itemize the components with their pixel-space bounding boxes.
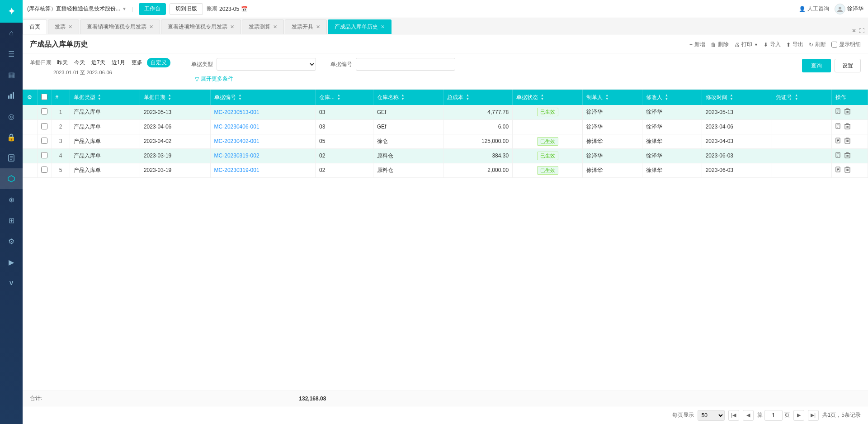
col-total-cost[interactable]: 总成本 ▲▼	[443, 90, 513, 105]
select-all-checkbox[interactable]	[41, 94, 47, 100]
col-type[interactable]: 单据类型 ▲▼	[70, 90, 140, 105]
sidebar-item-link[interactable]: ⊞	[0, 210, 23, 231]
col-warehouse-name[interactable]: 仓库名称 ▲▼	[373, 90, 443, 105]
cell-status-2: 已生效	[513, 134, 583, 148]
cell-op-4	[832, 163, 868, 177]
type-filter-select[interactable]	[217, 58, 316, 71]
op-edit-icon-4[interactable]	[835, 167, 842, 174]
export-button[interactable]: ⬆ 导出	[786, 41, 803, 48]
page-number-input[interactable]	[764, 410, 783, 421]
op-edit-icon-2[interactable]	[835, 138, 842, 145]
op-delete-icon-0[interactable]	[844, 108, 850, 116]
tab-invoice-issue-close-icon[interactable]: ✕	[316, 24, 320, 30]
col-creator[interactable]: 制单人 ▲▼	[583, 90, 642, 105]
user-menu[interactable]: 徐泽华	[835, 4, 863, 14]
sidebar-item-chart[interactable]	[0, 85, 23, 106]
col-modifier[interactable]: 修改人 ▲▼	[642, 90, 702, 105]
cell-type-2: 产品入库单	[70, 134, 140, 148]
sidebar-item-inventory[interactable]	[0, 168, 23, 189]
tab-product-inbound[interactable]: 产成品入库单历史 ✕	[328, 19, 392, 34]
help-button[interactable]: 👤 人工咨询	[799, 5, 829, 13]
table-row: 3 产品入库单 2023-04-02 MC-20230402-001 05 徐仓…	[23, 134, 868, 148]
print-button[interactable]: 🖨 打印 ▼	[734, 41, 758, 48]
page-size-select[interactable]: 50 20 100	[698, 410, 725, 421]
sidebar-item-lock[interactable]: 🔒	[0, 127, 23, 148]
sidebar-item-version[interactable]: V	[0, 272, 23, 293]
op-edit-icon-3[interactable]	[835, 152, 842, 160]
tab-invoice-calc-close-icon[interactable]: ✕	[273, 24, 277, 30]
sidebar-item-stamp[interactable]: ⊕	[0, 189, 23, 210]
tab-invoice[interactable]: 发票 ✕	[48, 19, 79, 34]
op-edit-icon-1[interactable]	[835, 123, 842, 131]
date-custom-btn[interactable]: 自定义	[147, 58, 170, 67]
tab-invoice-calc[interactable]: 发票测算 ✕	[242, 19, 284, 34]
cell-status-1	[513, 119, 583, 134]
tab-check-sales-close-icon[interactable]: ✕	[149, 24, 153, 30]
col-date[interactable]: 单据日期 ▲▼	[140, 90, 210, 105]
cell-number-1[interactable]: MC-20230406-001	[210, 119, 315, 134]
date-yesterday-btn[interactable]: 昨天	[55, 58, 70, 67]
refresh-button[interactable]: ↻ 刷新	[809, 41, 826, 48]
tabbar-close-all-icon[interactable]: ✕	[852, 28, 856, 34]
tab-check-input-vat[interactable]: 查看进项增值税专用发票 ✕	[161, 19, 241, 34]
row-checkbox-0[interactable]	[41, 108, 47, 114]
op-delete-icon-4[interactable]	[844, 167, 850, 174]
cell-seq-1: 2	[52, 119, 70, 134]
cell-number-3[interactable]: MC-20230319-002	[210, 148, 315, 163]
cell-number-4[interactable]: MC-20230319-001	[210, 163, 315, 177]
sidebar-item-stats[interactable]: ▦	[0, 64, 23, 85]
sidebar-item-report[interactable]	[0, 148, 23, 168]
cell-op-2	[832, 134, 868, 148]
col-status[interactable]: 单据状态 ▲▼	[513, 90, 583, 105]
switch-version-button[interactable]: 切到旧版	[170, 3, 203, 15]
period-calendar-icon[interactable]: 📅	[241, 6, 248, 12]
row-checkbox-1[interactable]	[41, 123, 47, 129]
tab-product-inbound-close-icon[interactable]: ✕	[381, 24, 385, 30]
data-table: ⚙ # 单据类型 ▲▼ 单据日期 ▲▼ 单据编号 ▲▼ 仓库... ▲▼ 仓库名…	[23, 90, 868, 178]
delete-button[interactable]: 🗑 删除	[711, 41, 729, 48]
op-delete-icon-3[interactable]	[844, 152, 850, 160]
new-button[interactable]: + 新增	[689, 41, 705, 48]
sidebar-item-account[interactable]: ◎	[0, 106, 23, 127]
last-page-btn[interactable]: ▶|	[808, 410, 819, 421]
import-button[interactable]: ⬇ 导入	[764, 41, 781, 48]
cell-number-0[interactable]: MC-20230513-001	[210, 105, 315, 119]
tab-check-input-close-icon[interactable]: ✕	[230, 24, 234, 30]
next-page-btn[interactable]: ▶	[793, 410, 804, 421]
sidebar-item-settings[interactable]: ⚙	[0, 231, 23, 252]
col-modify-time[interactable]: 修改时间 ▲▼	[702, 90, 772, 105]
tab-check-sales-vat[interactable]: 查看销项增值税专用发票 ✕	[80, 19, 160, 34]
op-delete-icon-1[interactable]	[844, 123, 850, 131]
number-filter-input[interactable]	[356, 58, 455, 71]
sidebar-item-home[interactable]: ⌂	[0, 23, 23, 43]
cell-number-2[interactable]: MC-20230402-001	[210, 134, 315, 148]
date-1month-btn[interactable]: 近1月	[110, 58, 127, 67]
op-delete-icon-2[interactable]	[844, 138, 850, 145]
expand-filter-btn[interactable]: ▽ 展开更多条件	[191, 73, 237, 85]
show-detail-checkbox-wrapper[interactable]: 显示明细	[831, 41, 861, 48]
tab-home[interactable]: 首页	[23, 19, 47, 34]
setting-button[interactable]: 设置	[835, 59, 861, 72]
row-checkbox-3[interactable]	[41, 152, 47, 158]
tabbar-fullscreen-icon[interactable]: ⛶	[859, 28, 864, 34]
show-detail-checkbox[interactable]	[831, 42, 837, 48]
row-checkbox-4[interactable]	[41, 167, 47, 173]
date-more-btn[interactable]: 更多	[130, 58, 144, 67]
prev-page-btn[interactable]: ◀	[743, 410, 754, 421]
first-page-btn[interactable]: |◀	[728, 410, 739, 421]
sidebar-item-video[interactable]: ▶	[0, 252, 23, 272]
tab-invoice-close-icon[interactable]: ✕	[68, 24, 72, 30]
col-warehouse-code[interactable]: 仓库... ▲▼	[316, 90, 373, 105]
date-today-btn[interactable]: 今天	[72, 58, 87, 67]
col-number[interactable]: 单据编号 ▲▼	[210, 90, 315, 105]
col-settings[interactable]: ⚙	[23, 90, 37, 105]
sidebar-item-docs[interactable]: ☰	[0, 43, 23, 64]
tab-invoice-issue[interactable]: 发票开具 ✕	[285, 19, 327, 34]
row-checkbox-2[interactable]	[41, 138, 47, 144]
workbench-button[interactable]: 工作台	[139, 3, 166, 15]
query-button[interactable]: 查询	[802, 59, 831, 72]
company-selector[interactable]: (库存核算）直播轻推通信息技术股份... ▼	[27, 5, 127, 13]
date-7days-btn[interactable]: 近7天	[90, 58, 107, 67]
col-voucher[interactable]: 凭证号 ▲▼	[772, 90, 832, 105]
op-edit-icon-0[interactable]	[835, 108, 842, 116]
